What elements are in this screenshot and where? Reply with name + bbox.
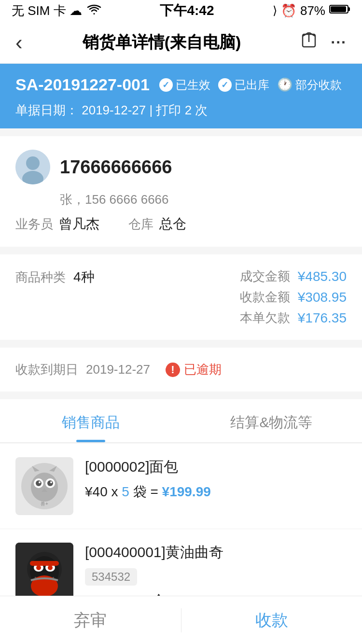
- warehouse-label: 仓库: [128, 216, 153, 233]
- overdue-text: 已逾期: [184, 361, 222, 378]
- page-title: 销货单详情(来自电脑): [83, 31, 241, 54]
- amount-row: 成交金额 ¥485.30: [240, 268, 347, 285]
- avatar: [15, 150, 50, 184]
- nav-icons: ···: [301, 32, 347, 53]
- bottom-bar: 弃审 收款: [0, 596, 362, 644]
- warehouse-value: 总仓: [159, 215, 186, 233]
- received-row: 收款金额 ¥308.95: [240, 289, 347, 306]
- signal-text: 无 SIM 卡 ☁: [12, 2, 82, 19]
- owed-row: 本单欠款 ¥176.35: [240, 309, 347, 326]
- status-right: ⟩ ⏰ 87%: [273, 3, 350, 18]
- customer-card: 17666666666 张，156 6666 6666 业务员 曾凡杰 仓库 总…: [0, 136, 362, 247]
- wifi-icon: [87, 3, 101, 18]
- customer-info-row: 业务员 曾凡杰 仓库 总仓: [15, 215, 347, 233]
- unit-1: 袋: [133, 484, 147, 499]
- amount-label: 成交金额: [240, 268, 290, 285]
- customer-sub: 张，156 6666 6666: [60, 191, 347, 208]
- banner-top: SA-20191227-001 ✓ 已生效 ✓ 已出库 🕐 部分收款: [15, 75, 347, 94]
- price-base-1: ¥40: [85, 484, 108, 499]
- badge-active-text: 已生效: [176, 77, 210, 93]
- warehouse-info: 仓库 总仓: [128, 215, 186, 233]
- tab-sales-products[interactable]: 销售商品: [0, 399, 181, 442]
- badge-partial: 🕐 部分收款: [277, 77, 342, 93]
- product-info-1: [0000002]面包 ¥40 x 5 袋 = ¥199.99: [85, 457, 347, 501]
- header-banner: SA-20191227-001 ✓ 已生效 ✓ 已出库 🕐 部分收款 单据日期：…: [0, 64, 362, 128]
- battery-text: 87%: [300, 3, 325, 18]
- customer-top: 17666666666: [15, 150, 347, 184]
- product-name-2: [000400001]黄油曲奇: [85, 543, 347, 562]
- badge-shipped-text: 已出库: [235, 77, 269, 93]
- svg-rect-1: [348, 7, 350, 11]
- check-icon-2: ✓: [218, 78, 232, 92]
- nav-bar: ‹ 销货单详情(来自电脑) ···: [0, 21, 362, 64]
- due-label: 收款到期日: [15, 361, 78, 378]
- owed-value: ¥176.35: [298, 310, 347, 326]
- sales-label: 业务员: [15, 216, 53, 233]
- qty-1: 5: [122, 484, 129, 499]
- amount-value: ¥485.30: [298, 269, 347, 284]
- back-button[interactable]: ‹: [15, 32, 23, 53]
- product-sku-2: 534532: [85, 568, 137, 586]
- total-1: ¥199.99: [162, 484, 211, 499]
- alarm-icon: ⏰: [281, 3, 296, 18]
- product-image-2: [15, 543, 73, 601]
- date-label: 单据日期：: [15, 103, 78, 117]
- location-icon: ⟩: [273, 4, 277, 17]
- tabs-bar: 销售商品 结算&物流等: [0, 399, 362, 443]
- svg-point-26: [48, 565, 53, 570]
- order-date: 2019-12-27: [82, 103, 146, 117]
- type-label: 商品种类: [15, 269, 66, 286]
- due-date: 2019-12-27: [86, 362, 150, 377]
- svg-point-12: [36, 480, 42, 486]
- sales-value: 曾凡杰: [59, 215, 99, 233]
- owed-label: 本单欠款: [240, 309, 290, 326]
- svg-point-13: [47, 480, 53, 486]
- print-count: | 打印 2 次: [149, 103, 208, 117]
- type-value: 4种: [73, 268, 95, 286]
- status-time: 下午4:42: [160, 1, 214, 20]
- share-icon[interactable]: [301, 32, 317, 53]
- stats-card: 商品种类 4种 成交金额 ¥485.30 收款金额 ¥308.95 本单欠款 ¥…: [0, 254, 362, 340]
- svg-point-6: [26, 156, 40, 170]
- order-id: SA-20191227-001: [15, 75, 150, 94]
- clock-icon: 🕐: [277, 77, 292, 92]
- product-thumb-1: 兽+: [15, 457, 73, 515]
- sep-1: [0, 128, 362, 136]
- battery-icon: [329, 4, 350, 17]
- svg-rect-2: [331, 6, 346, 12]
- sales-info: 业务员 曾凡杰: [15, 215, 99, 233]
- status-left: 无 SIM 卡 ☁: [12, 2, 101, 19]
- received-label: 收款金额: [240, 289, 290, 306]
- received-value: ¥308.95: [298, 290, 347, 305]
- overdue-icon: !: [166, 363, 180, 377]
- confirm-button[interactable]: 收款: [181, 600, 362, 641]
- product-thumb-2: [15, 543, 73, 601]
- status-badges: ✓ 已生效 ✓ 已出库 🕐 部分收款: [159, 77, 342, 93]
- customer-name: 17666666666: [60, 157, 172, 178]
- svg-point-15: [50, 481, 52, 483]
- status-bar: 无 SIM 卡 ☁ 下午4:42 ⟩ ⏰ 87%: [0, 0, 362, 21]
- stats-right: 成交金额 ¥485.30 收款金额 ¥308.95 本单欠款 ¥176.35: [240, 268, 347, 326]
- stats-left: 商品种类 4种: [15, 268, 95, 286]
- more-icon[interactable]: ···: [331, 33, 347, 51]
- due-card: 收款到期日 2019-12-27 ! 已逾期: [0, 348, 362, 392]
- product-name-1: [0000002]面包: [85, 457, 347, 477]
- badge-shipped: ✓ 已出库: [218, 77, 269, 93]
- overdue-badge: ! 已逾期: [160, 359, 227, 380]
- list-item: 兽+ [0000002]面包 ¥40 x 5 袋 = ¥199.99: [0, 444, 362, 529]
- product-price-1: ¥40 x 5 袋 = ¥199.99: [85, 483, 347, 501]
- check-icon-1: ✓: [159, 78, 173, 92]
- svg-rect-27: [30, 561, 59, 566]
- banner-bottom: 单据日期： 2019-12-27 | 打印 2 次: [15, 102, 347, 119]
- product-image-1: 兽+: [15, 457, 73, 515]
- tabs-section: 销售商品 结算&物流等: [0, 392, 362, 443]
- tab-settlement[interactable]: 结算&物流等: [181, 399, 362, 442]
- svg-point-9: [31, 473, 58, 502]
- svg-point-25: [36, 565, 41, 570]
- badge-active: ✓ 已生效: [159, 77, 210, 93]
- svg-text:兽+: 兽+: [41, 501, 48, 506]
- badge-partial-text: 部分收款: [295, 77, 342, 93]
- cancel-button[interactable]: 弃审: [0, 600, 181, 641]
- svg-point-14: [39, 481, 41, 483]
